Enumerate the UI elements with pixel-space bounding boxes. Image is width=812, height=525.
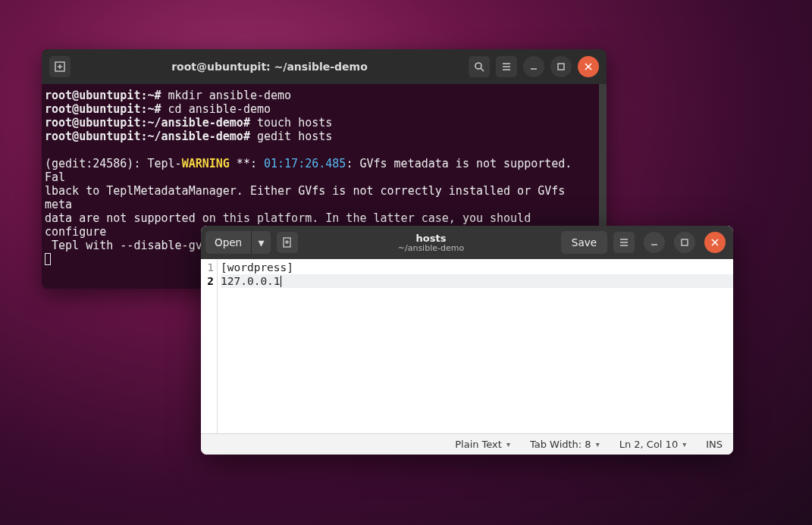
- line-number: 1: [201, 261, 214, 274]
- prompt: root@ubuntupit:~#: [45, 102, 161, 116]
- tab-width-label: Tab Width: 8: [530, 439, 591, 450]
- prompt: root@ubuntupit:~/ansible-demo#: [45, 130, 250, 143]
- save-button[interactable]: Save: [561, 231, 607, 254]
- gedit-title: hosts: [304, 233, 558, 244]
- editor-area[interactable]: [wordpress] 127.0.0.1: [218, 259, 733, 433]
- command-text: mkdir ansible-demo: [161, 89, 292, 102]
- minimize-button[interactable]: [644, 232, 665, 253]
- hamburger-menu-button[interactable]: [496, 56, 517, 77]
- terminal-title: root@ubuntupit: ~/ansible-demo: [74, 61, 466, 73]
- gedit-statusbar: Plain Text ▾ Tab Width: 8 ▾ Ln 2, Col 10…: [201, 433, 733, 455]
- svg-rect-9: [558, 64, 564, 70]
- svg-point-3: [475, 63, 481, 69]
- command-text: gedit hosts: [250, 130, 332, 143]
- hamburger-menu-button[interactable]: [613, 232, 635, 253]
- gedit-title-area: hosts ~/ansible-demo: [304, 233, 558, 253]
- warn-timestamp: 01:17:26.485: [264, 157, 346, 170]
- maximize-button[interactable]: [550, 56, 572, 77]
- open-button[interactable]: Open ▾: [205, 231, 271, 254]
- open-label: Open: [205, 236, 251, 248]
- line-text: [wordpress]: [221, 261, 293, 273]
- warn-msg: lback to TeplMetadataManager. Either GVf…: [45, 184, 572, 211]
- gedit-subtitle: ~/ansible-demo: [304, 243, 558, 253]
- cursor-position-selector[interactable]: Ln 2, Col 10 ▾: [619, 439, 687, 450]
- editor-line: [wordpress]: [221, 261, 733, 274]
- line-number: 2: [201, 274, 214, 288]
- highlight-mode-selector[interactable]: Plain Text ▾: [455, 439, 510, 450]
- insert-mode-label[interactable]: INS: [706, 439, 723, 450]
- chevron-down-icon: ▾: [682, 440, 686, 448]
- warn-word: WARNING: [182, 157, 230, 170]
- warn-prefix: (gedit:24586): Tepl-: [45, 157, 182, 170]
- tab-width-selector[interactable]: Tab Width: 8 ▾: [530, 439, 600, 450]
- svg-line-4: [481, 68, 484, 71]
- open-dropdown-icon[interactable]: ▾: [251, 231, 271, 254]
- search-button[interactable]: [469, 56, 490, 77]
- terminal-cursor: [45, 253, 51, 265]
- gedit-header: Open ▾ hosts ~/ansible-demo Save: [201, 226, 733, 259]
- gedit-window: Open ▾ hosts ~/ansible-demo Save 1 2 [: [201, 226, 733, 455]
- chevron-down-icon: ▾: [506, 440, 510, 448]
- terminal-header: root@ubuntupit: ~/ansible-demo: [42, 49, 607, 84]
- close-button[interactable]: [704, 232, 726, 253]
- highlight-mode-label: Plain Text: [455, 439, 502, 450]
- svg-rect-19: [682, 239, 688, 245]
- close-button[interactable]: [578, 56, 599, 77]
- warn-mid: **:: [230, 157, 264, 170]
- line-text: 127.0.0.1: [221, 275, 281, 287]
- command-text: cd ansible-demo: [161, 102, 271, 116]
- new-tab-button[interactable]: [49, 56, 71, 77]
- command-text: touch hosts: [250, 116, 332, 130]
- prompt: root@ubuntupit:~#: [45, 89, 161, 102]
- minimize-button[interactable]: [523, 56, 544, 77]
- prompt: root@ubuntupit:~/ansible-demo#: [45, 116, 250, 130]
- line-number-gutter: 1 2: [201, 259, 218, 433]
- cursor-position-label: Ln 2, Col 10: [619, 439, 678, 450]
- new-document-button[interactable]: [277, 232, 298, 253]
- text-cursor: [281, 276, 281, 287]
- gedit-body: 1 2 [wordpress] 127.0.0.1: [201, 259, 733, 433]
- editor-line: 127.0.0.1: [221, 274, 733, 288]
- chevron-down-icon: ▾: [596, 440, 600, 448]
- maximize-button[interactable]: [674, 232, 695, 253]
